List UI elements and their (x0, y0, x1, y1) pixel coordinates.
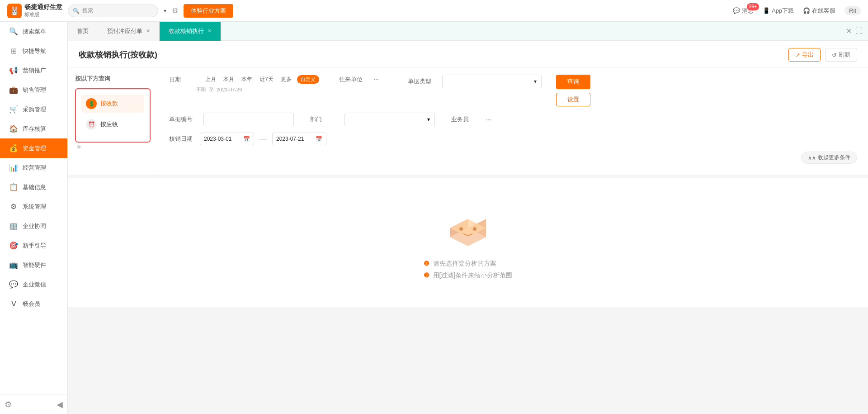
sidebar-item-label: 营销推广 (23, 67, 46, 75)
verif-date-dash: — (259, 135, 267, 143)
verif-date-from[interactable]: 2023-03-01 📅 (200, 133, 254, 145)
search-menu-icon: 🔍 (9, 27, 18, 36)
date-btn-7days[interactable]: 近7天 (258, 75, 275, 84)
filter-option-by-receivable[interactable]: ⏰ 按应收 (81, 115, 144, 133)
collapse-sidebar-icon[interactable]: ◀ (57, 400, 63, 409)
tab-home-label: 首页 (77, 27, 89, 35)
filter-collapse-btn[interactable]: » (77, 143, 81, 150)
page-title-row: 收款核销执行(按收款) ↗ 导出 ↺ 刷新 (79, 48, 857, 62)
logo: 🐰 畅捷通好生意 标准版 (7, 3, 62, 18)
sidebar-item-guide[interactable]: 🎯 新手引导 (0, 236, 67, 255)
tab-prepay-close[interactable]: ✕ (146, 28, 150, 34)
date-btn-more[interactable]: 更多 (279, 75, 293, 84)
system-icon: ⚙ (9, 202, 18, 211)
sidebar-item-finance[interactable]: 💰 资金管理 (0, 138, 67, 158)
export-button[interactable]: ↗ 导出 (788, 48, 821, 62)
sidebar-item-label: 新手引导 (23, 242, 46, 250)
purchase-icon: 🛒 (9, 105, 18, 114)
sidebar-item-label: 采购管理 (23, 105, 46, 114)
page-title-actions: ↗ 导出 ↺ 刷新 (788, 48, 857, 62)
sidebar-bottom: ⚙ ◀ (0, 395, 67, 414)
date-btn-lastmonth[interactable]: 上月 (203, 75, 218, 84)
counterpart-dots[interactable]: ··· (373, 75, 379, 84)
sales-icon: 💼 (9, 86, 18, 94)
solution-button[interactable]: 体验行业方案 (184, 4, 233, 18)
sidebar-item-system[interactable]: ⚙ 系统管理 (0, 197, 67, 216)
calendar-icon-to: 📅 (316, 136, 322, 142)
content-area: 首页 预付冲应付单 ✕ 收款核销执行 ✕ ✕ ⛶ 收款核销执行(按收款) (68, 22, 868, 414)
empty-state: ❶ 请先选择要分析的方案 ❷ 用[过滤]条件来缩小分析范围 (68, 178, 868, 307)
filter-form: 日期 上月 本月 本年 近7天 更多 自定义 (158, 67, 868, 175)
sidebar-item-member[interactable]: Ⅴ 畅会员 (0, 294, 67, 314)
sidebar-item-sales[interactable]: 💼 销售管理 (0, 80, 67, 100)
staff-dots[interactable]: ··· (486, 115, 491, 124)
date-btn-thisyear[interactable]: 本年 (240, 75, 254, 84)
page-header: 收款核销执行(按收款) ↗ 导出 ↺ 刷新 (68, 41, 868, 67)
verif-date-label: 核销日期 (169, 135, 196, 143)
online-service-btn[interactable]: 🎧 在线客服 (803, 7, 835, 15)
date-nolimit: 不限 (196, 86, 206, 93)
wechat-icon: 💬 (9, 280, 18, 289)
doctype-select[interactable]: ▾ (442, 75, 542, 88)
message-icon: 💬 (733, 7, 740, 14)
sidebar-item-marketing[interactable]: 📢 营销推广 (0, 61, 67, 80)
tab-receipt-label: 收款核销执行 (169, 27, 204, 35)
sidebar-item-enterprise[interactable]: 🏢 企业协同 (0, 216, 67, 236)
date-btn-custom[interactable]: 自定义 (297, 75, 319, 84)
docno-label: 单据编号 (169, 115, 196, 124)
sidebar-item-quicknav[interactable]: ⊞ 快捷导航 (0, 41, 67, 61)
filter-option-by-receipt[interactable]: 💲 按收款 (81, 95, 144, 113)
query-button[interactable]: 查询 (556, 75, 590, 89)
sidebar-item-label: 企业协同 (23, 222, 46, 230)
svg-point-4 (459, 227, 463, 231)
message-btn[interactable]: 💬 消息 99+ (733, 7, 754, 15)
settings-bottom-icon[interactable]: ⚙ (5, 400, 12, 409)
setting-button[interactable]: 设置 (556, 93, 590, 106)
filter-sidebar-title: 按以下方查询 (75, 75, 151, 83)
collapse-up-icon: ∧∧ (808, 155, 816, 161)
hardware-icon: 📺 (9, 261, 18, 269)
by-receipt-label: 按收款 (100, 100, 118, 108)
tab-prepay-label: 预付冲应付单 (107, 27, 142, 35)
sidebar-item-operation[interactable]: 📊 经营管理 (0, 158, 67, 177)
counterpart-label: 往来单位 (339, 76, 366, 84)
sidebar-item-wechat[interactable]: 💬 企业微信 (0, 275, 67, 294)
basic-icon: 📋 (9, 183, 18, 191)
tab-prepay[interactable]: 预付冲应付单 ✕ (98, 22, 160, 41)
search-bar[interactable]: 🔍 搜索 (68, 5, 158, 17)
date-quick-buttons: 上月 本月 本年 近7天 更多 自定义 (203, 75, 319, 84)
tab-receipt-close[interactable]: ✕ (208, 28, 212, 34)
guide-icon: 🎯 (9, 241, 18, 250)
gear-icon[interactable]: ⚙ (172, 6, 178, 15)
verif-date-to[interactable]: 2023-07-21 📅 (272, 133, 326, 145)
collapse-more-btn[interactable]: ∧∧ 收起更多条件 (801, 152, 857, 164)
tab-receipt[interactable]: 收款核销执行 ✕ (160, 22, 221, 41)
docno-input[interactable] (203, 113, 294, 126)
sidebar-item-label: 基础信息 (23, 183, 46, 191)
dept-chevron: ▾ (427, 116, 430, 123)
sidebar-item-basic[interactable]: 📋 基础信息 (0, 177, 67, 197)
marketing-icon: 📢 (9, 66, 18, 75)
app-download-btn[interactable]: 📱 App下载 (763, 7, 794, 15)
user-account[interactable]: Rit (844, 6, 861, 15)
by-receipt-icon: 💲 (86, 98, 97, 109)
sidebar-item-hardware[interactable]: 📺 智能硬件 (0, 255, 67, 275)
sidebar-item-label: 销售管理 (23, 86, 46, 94)
staff-label: 业务员 (451, 115, 478, 124)
sidebar-item-search[interactable]: 🔍 搜索菜单 (0, 22, 67, 41)
dept-select[interactable]: ▾ (344, 113, 435, 126)
tab-close-all-icon[interactable]: ✕ (846, 27, 852, 35)
refresh-button[interactable]: ↺ 刷新 (825, 48, 857, 62)
doctype-chevron: ▾ (534, 78, 537, 85)
service-icon: 🎧 (803, 7, 810, 14)
sidebar-item-label: 快捷导航 (23, 47, 46, 55)
tab-expand-icon[interactable]: ⛶ (855, 27, 863, 35)
app-icon: 📱 (763, 7, 770, 14)
sidebar-item-purchase[interactable]: 🛒 采购管理 (0, 100, 67, 119)
sidebar-item-inventory[interactable]: 🏠 库存核算 (0, 119, 67, 138)
date-btn-thismonth[interactable]: 本月 (222, 75, 236, 84)
tab-home[interactable]: 首页 (68, 22, 98, 41)
dropdown-btn[interactable]: ▾ (164, 8, 166, 14)
operation-icon: 📊 (9, 163, 18, 172)
date-hint: 2023-07-26 (217, 87, 242, 92)
